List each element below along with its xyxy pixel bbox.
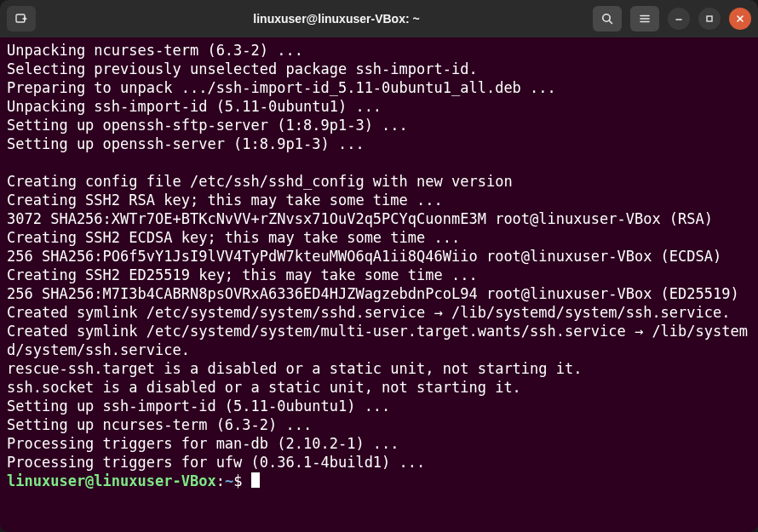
maximize-button[interactable] xyxy=(698,8,721,30)
titlebar: linuxuser@linuxuser-VBox: ~ xyxy=(0,0,758,37)
maximize-icon xyxy=(704,14,715,24)
hamburger-icon xyxy=(638,12,652,26)
prompt-colon: : xyxy=(216,472,225,489)
search-icon xyxy=(600,12,614,26)
titlebar-right xyxy=(521,6,751,31)
terminal-window: linuxuser@linuxuser-VBox: ~ xyxy=(0,0,758,532)
search-button[interactable] xyxy=(593,6,622,31)
minimize-button[interactable] xyxy=(668,8,690,30)
prompt-user-host: linuxuser@linuxuser-VBox xyxy=(7,472,216,489)
close-button[interactable] xyxy=(729,8,751,30)
window-title: linuxuser@linuxuser-VBox: ~ xyxy=(152,12,521,26)
close-icon xyxy=(735,14,745,24)
terminal-output[interactable]: Unpacking ncurses-term (6.3-2) ... Selec… xyxy=(0,37,758,532)
titlebar-left xyxy=(7,6,152,31)
new-tab-button[interactable] xyxy=(7,6,36,31)
cursor xyxy=(251,472,260,488)
svg-line-2 xyxy=(609,20,612,23)
menu-button[interactable] xyxy=(630,6,659,31)
prompt-symbol: $ xyxy=(233,472,242,489)
svg-rect-7 xyxy=(707,16,712,21)
prompt-path: ~ xyxy=(225,472,233,489)
minimize-icon xyxy=(674,14,684,24)
new-tab-icon xyxy=(14,12,28,26)
output-lines: Unpacking ncurses-term (6.3-2) ... Selec… xyxy=(7,42,748,471)
